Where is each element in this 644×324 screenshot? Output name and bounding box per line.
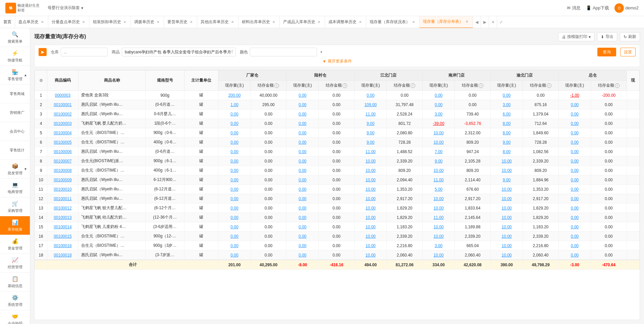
info-icon[interactable]: i <box>342 83 347 88</box>
tab-next-btn[interactable]: ▶ <box>481 16 489 28</box>
yb-group-header: 渝北门店 <box>490 71 558 81</box>
download-icon: 📱 <box>586 5 591 10</box>
tab-fullscreen-btn[interactable]: ⤢ <box>497 16 505 28</box>
tab-close-icon[interactable]: ✕ <box>358 20 363 25</box>
sidebar-item-search[interactable]: 🔍 搜索英单 <box>0 28 30 47</box>
product-input[interactable] <box>122 48 236 56</box>
sidebar-item-retail-stats[interactable]: 零售统计 <box>0 141 30 160</box>
tab-prev-btn[interactable]: ◀ <box>473 16 481 28</box>
refresh-btn[interactable]: ↻ 刷新 <box>620 32 640 41</box>
message-btn[interactable]: ✉ 消息 <box>567 5 581 11</box>
tab-assembly[interactable]: 组装拆卸单历史 ✕ <box>90 16 131 28</box>
color-dropdown-icon[interactable]: ▾ <box>320 50 322 54</box>
lc-qty-header: 现存量(主) <box>286 81 319 91</box>
tab-close-icon[interactable]: ✕ <box>122 20 127 25</box>
tab-close-icon[interactable]: ✕ <box>317 20 321 25</box>
sidebar-item-member[interactable]: 会员中心 <box>0 122 30 141</box>
top-bar-left: 畅 畅捷通好生意 标签 母婴行业演示陈套 ▾ <box>5 3 83 13</box>
main-content: 现存量查询(库存分布) 🖨 按模版打印 ▾ ⬇ 导出 ↻ 刷新 ▶ 仓库 <box>30 28 644 324</box>
tab-close-icon[interactable]: ✕ <box>271 20 276 25</box>
product-code-cell[interactable]: 00100014 <box>47 222 78 232</box>
product-code-cell[interactable]: 00100012 <box>47 203 78 213</box>
app-download-btn[interactable]: 📱 App下载 <box>586 5 609 11</box>
product-code-cell[interactable]: 00100015 <box>47 232 78 241</box>
query-btn[interactable]: 查询 <box>597 48 616 56</box>
product-code-cell[interactable]: 00100005 <box>47 138 78 147</box>
info-icon[interactable]: i <box>479 83 483 88</box>
tab-close-all-btn[interactable]: ✕ <box>489 16 497 28</box>
sidebar-item-ecommerce[interactable]: 💻 电商管理 <box>0 179 30 197</box>
tab-close-icon[interactable]: ✕ <box>411 20 416 25</box>
warehouse-input[interactable] <box>61 48 108 56</box>
tab-inventory-count[interactable]: 盘点单历史 ✕ <box>15 16 48 28</box>
product-code-cell[interactable]: 00100003 <box>47 119 78 128</box>
tab-material-out[interactable]: 材料出库单历史 ✕ <box>238 16 280 28</box>
info-icon[interactable]: i <box>547 83 551 88</box>
sidebar-item-operations[interactable]: 📈 经营管理 <box>0 254 30 273</box>
operations-icon: 📈 <box>12 257 18 263</box>
tab-order[interactable]: 要货单历史 ✕ <box>164 16 197 28</box>
tab-other-out[interactable]: 其他出库单历史 ✕ <box>197 16 238 28</box>
tab-stock-dist[interactable]: 现存量（库存分布表） ✕ <box>420 16 473 28</box>
na-qty-header: 现存量(主) <box>423 81 455 91</box>
jb-amt-header: 结存金额i <box>387 81 423 91</box>
product-code-cell[interactable]: 00100016 <box>47 241 78 250</box>
top-bar-right: ✉ 消息 📱 App下载 D demo2 <box>567 3 639 13</box>
product-code-cell[interactable]: 00100002 <box>47 109 78 119</box>
tab-transfer[interactable]: 调拨单历史 ✕ <box>131 16 164 28</box>
filter-toggle-btn[interactable]: ▶ <box>39 48 47 56</box>
sidebar-item-finance[interactable]: 💰 资金管理 <box>0 235 30 254</box>
filter-row: ▶ 仓库 商品 颜色 ▾ 查询 设置 <box>39 48 636 56</box>
tab-close-icon[interactable]: ✕ <box>156 20 160 25</box>
tab-stock-status[interactable]: 现存量（库存状况表） ✕ <box>366 16 420 28</box>
table-row: 3 00100002 惠氏启賦（Wyeth illu… 0-6月婴儿… 罐 0.… <box>35 109 640 119</box>
tab-product-in[interactable]: 产成品入库单历史 ✕ <box>280 16 325 28</box>
print-btn[interactable]: 🖨 按模版打印 ▾ <box>558 32 594 41</box>
expand-more-btn[interactable]: ▼ 展开更多条件 <box>39 58 636 64</box>
tab-close-icon[interactable]: ✕ <box>81 20 86 25</box>
product-code-cell[interactable]: 00100004 <box>47 128 78 138</box>
sidebar-item-corp[interactable]: 🤝 企业协同 <box>0 310 30 324</box>
product-code-cell[interactable]: 00100006 <box>47 147 78 156</box>
product-code-cell[interactable]: 00100008 <box>47 166 78 175</box>
product-name-cell: 惠氏启賦（Wyeth illu… <box>78 194 146 203</box>
wholesale-icon: 📦 <box>12 163 18 169</box>
tab-home[interactable]: 首页 <box>0 16 15 28</box>
product-code-cell[interactable]: 00100007 <box>47 156 78 166</box>
tab-close-icon[interactable]: ✕ <box>189 20 194 25</box>
tab-portion-count[interactable]: 分量盘点单历史 ✕ <box>48 16 90 28</box>
sidebar-item-retail-mgmt[interactable]: 🏪 零售管理 ▲ <box>0 66 30 85</box>
table-row: 9 00100008 合生元（BIOSTIME）… 400g（6-1… 罐 0.… <box>35 166 640 175</box>
product-code-cell[interactable]: 00100010 <box>47 185 78 194</box>
product-code-cell[interactable]: 00100013 <box>47 213 78 222</box>
sidebar-item-marketing[interactable]: 营销推广 <box>0 103 30 122</box>
settings-icon[interactable]: ⚙ <box>38 77 44 84</box>
product-code-cell[interactable]: 00100018 <box>47 250 78 260</box>
tab-close-icon[interactable]: ✕ <box>465 19 469 24</box>
info-icon[interactable]: i <box>615 83 620 88</box>
inventory-icon: 📊 <box>12 219 18 226</box>
export-icon: ⬇ <box>601 35 604 39</box>
sidebar-item-wholesale[interactable]: 📦 批发管理 ▼ <box>0 160 30 179</box>
export-btn[interactable]: ⬇ 导出 <box>597 32 617 41</box>
info-icon[interactable]: i <box>274 83 279 88</box>
sidebar-item-inventory[interactable]: 📊 库存核算 <box>0 216 30 235</box>
sidebar-item-retail-shop[interactable]: 零售商城 <box>0 85 30 103</box>
purchase-icon: 🛒 <box>12 200 18 207</box>
tab-close-icon[interactable]: ✕ <box>230 20 235 25</box>
user-avatar[interactable]: D demo2 <box>614 3 639 13</box>
product-code-cell[interactable]: 00100001 <box>47 100 78 109</box>
nav-selector[interactable]: 母婴行业演示陈套 ▾ <box>48 5 83 11</box>
product-code-cell[interactable]: 0000003 <box>47 91 78 100</box>
setting-btn[interactable]: 设置 <box>620 48 636 56</box>
sidebar-item-basic[interactable]: 📋 基础信息 <box>0 273 30 291</box>
color-input[interactable] <box>250 48 317 56</box>
tab-cost-adjust[interactable]: 成本调整单历史 ✕ <box>325 16 366 28</box>
tab-close-icon[interactable]: ✕ <box>40 20 45 25</box>
product-code-cell[interactable]: 00100009 <box>47 175 78 185</box>
info-icon[interactable]: i <box>411 83 415 88</box>
sidebar-item-purchase[interactable]: 🛒 采购管理 <box>0 197 30 216</box>
sidebar-item-system[interactable]: ⚙️ 系统管理 <box>0 291 30 310</box>
sidebar-item-shortcut[interactable]: ⚡ 快捷导航 <box>0 47 30 66</box>
product-code-cell[interactable]: 00100011 <box>47 194 78 203</box>
